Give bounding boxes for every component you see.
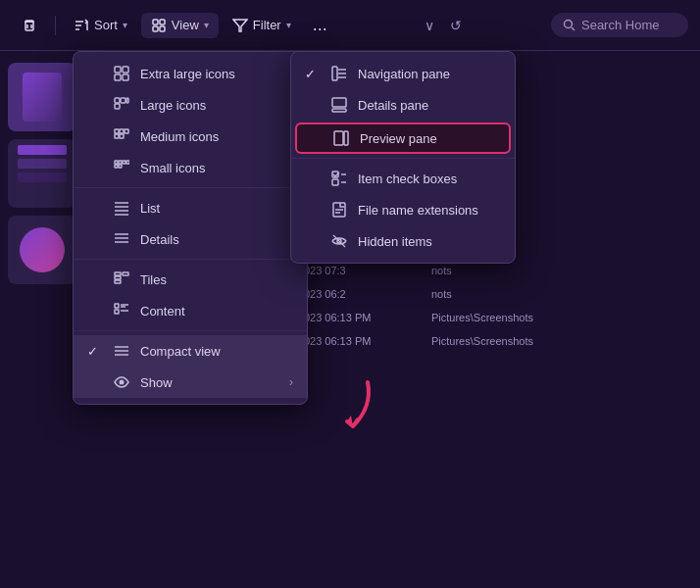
sidebar-circle <box>20 227 65 272</box>
svg-line-13 <box>572 27 575 30</box>
menu-label-content: Content <box>140 304 185 318</box>
icon-content <box>113 302 130 319</box>
menu-item-details[interactable]: Details <box>74 223 307 255</box>
menu-separator-2 <box>74 259 307 260</box>
filter-chevron: ▾ <box>286 20 291 30</box>
menu-label-compact: Compact view <box>140 344 221 359</box>
svg-rect-34 <box>115 129 119 133</box>
sidebar-icon-purple <box>23 73 62 122</box>
svg-rect-56 <box>115 304 119 308</box>
show-label-details-pane: Details pane <box>358 98 428 113</box>
svg-marker-11 <box>233 20 247 31</box>
file-loc-3: nots <box>431 288 452 300</box>
svg-rect-69 <box>332 98 346 107</box>
more-button[interactable]: ... <box>305 11 335 39</box>
icon-checkboxes <box>330 170 348 187</box>
svg-rect-42 <box>126 161 129 164</box>
menu-item-compact-view[interactable]: ✓ Compact view <box>74 335 307 367</box>
svg-rect-54 <box>115 280 121 283</box>
file-loc-2: nots <box>431 265 452 276</box>
sort-button[interactable]: Sort ▾ <box>64 13 137 38</box>
icon-compact <box>113 342 130 360</box>
svg-rect-52 <box>115 272 121 275</box>
search-box[interactable]: Search Home <box>551 13 688 37</box>
svg-rect-31 <box>121 98 125 103</box>
sidebar-item-2[interactable] <box>8 139 76 208</box>
show-label-extensions: File name extensions <box>358 203 478 218</box>
toolbar: Sort ▾ View ▾ Filter ▾ ... ∨ ↺ Search Ho… <box>0 0 700 51</box>
menu-item-medium-icons[interactable]: Medium icons <box>74 121 307 152</box>
icon-nav-pane <box>330 65 348 82</box>
icon-extensions <box>330 201 348 219</box>
show-menu-item-hidden[interactable]: Hidden items <box>291 225 515 257</box>
svg-rect-26 <box>115 67 121 73</box>
menu-item-content[interactable]: Content <box>74 295 307 326</box>
sidebar-item-3[interactable] <box>8 216 76 284</box>
svg-rect-59 <box>115 310 119 314</box>
svg-point-12 <box>564 21 572 28</box>
icon-extra-large <box>113 65 130 82</box>
svg-rect-71 <box>334 131 343 145</box>
sort-chevron: ▾ <box>123 20 127 30</box>
menu-item-small-icons[interactable]: Small icons <box>74 152 307 183</box>
svg-rect-7 <box>153 20 158 24</box>
menu-item-large-icons[interactable]: Large icons <box>74 89 307 121</box>
show-menu-item-check-boxes[interactable]: Item check boxes <box>291 163 515 194</box>
svg-rect-36 <box>125 129 128 133</box>
menu-item-extra-large-icons[interactable]: Extra large icons <box>74 58 307 89</box>
icon-list <box>113 199 130 217</box>
show-menu-item-details-pane[interactable]: Details pane <box>291 89 515 121</box>
show-menu-item-extensions[interactable]: File name extensions <box>291 194 515 225</box>
sidebar-item-1[interactable] <box>8 63 76 131</box>
svg-rect-30 <box>115 98 120 103</box>
icon-preview-pane <box>332 129 350 147</box>
menu-label-show: Show <box>140 375 173 390</box>
check-nav-pane: ✓ <box>305 67 321 81</box>
svg-rect-43 <box>115 165 118 168</box>
svg-rect-10 <box>160 26 165 31</box>
menu-label-list: List <box>140 201 160 216</box>
nav-controls: ∨ ↺ <box>419 15 468 36</box>
delete-button[interactable] <box>12 13 47 38</box>
menu-item-show[interactable]: Show › <box>74 367 307 398</box>
menu-label-extra-large: Extra large icons <box>140 67 235 81</box>
filter-button[interactable]: Filter ▾ <box>223 13 301 38</box>
svg-rect-55 <box>123 272 128 275</box>
search-placeholder: Search Home <box>581 18 659 32</box>
menu-label-details: Details <box>140 232 179 247</box>
svg-rect-29 <box>123 74 128 80</box>
sort-label: Sort <box>94 18 118 32</box>
svg-point-64 <box>120 380 125 385</box>
icon-tiles <box>113 270 130 288</box>
file-loc-4: Pictures\Screenshots <box>431 312 533 323</box>
icon-large <box>113 96 130 114</box>
show-submenu-arrow: › <box>289 375 293 389</box>
svg-rect-72 <box>344 131 348 145</box>
svg-rect-70 <box>332 109 346 112</box>
svg-rect-33 <box>115 104 120 109</box>
show-menu-item-preview-pane[interactable]: Preview pane <box>295 122 511 154</box>
svg-rect-28 <box>115 74 121 80</box>
show-menu: ✓ Navigation pane Details pane Preview p… <box>290 51 516 264</box>
sidebar-bar-3 <box>18 172 67 182</box>
view-button[interactable]: View ▾ <box>141 13 219 38</box>
menu-item-tiles[interactable]: Tiles <box>74 264 307 295</box>
svg-rect-37 <box>115 134 119 138</box>
svg-line-81 <box>333 235 345 247</box>
view-label: View <box>172 18 199 32</box>
nav-refresh[interactable]: ↺ <box>444 15 468 36</box>
menu-item-list[interactable]: List <box>74 192 307 223</box>
menu-label-medium: Medium icons <box>140 129 219 144</box>
menu-label-tiles: Tiles <box>140 272 167 287</box>
svg-rect-27 <box>123 67 128 73</box>
show-label-nav-pane: Navigation pane <box>358 67 450 81</box>
nav-chevron-down[interactable]: ∨ <box>419 15 440 36</box>
show-menu-item-nav-pane[interactable]: ✓ Navigation pane <box>291 58 515 89</box>
show-label-preview-pane: Preview pane <box>360 131 437 146</box>
sidebar-bar-2 <box>18 159 67 169</box>
svg-rect-8 <box>160 20 165 24</box>
icon-show <box>113 373 130 391</box>
icon-details-pane <box>330 96 348 114</box>
separator <box>55 16 56 35</box>
svg-rect-40 <box>119 161 122 164</box>
